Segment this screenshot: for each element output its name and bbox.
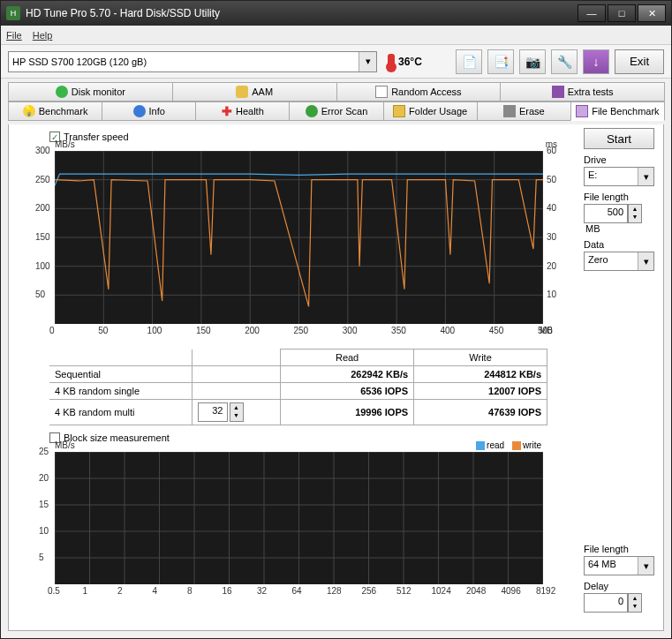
copy-text-button[interactable]: 📄: [456, 49, 482, 74]
device-select[interactable]: HP SSD S700 120GB (120 gB) ▾: [8, 51, 377, 72]
drive-select[interactable]: E:▾: [584, 167, 654, 186]
toolbar: HP SSD S700 120GB (120 gB) ▾ 36°C 📄 📑 📷 …: [1, 45, 671, 79]
temperature-display: 36°C: [388, 54, 422, 70]
table-header-row: Read Write: [49, 350, 547, 366]
start-button[interactable]: Start: [584, 128, 654, 149]
info-icon: [133, 105, 146, 117]
col-write: Write: [414, 350, 547, 366]
table-row: 4 KB random single 6536 IOPS 12007 IOPS: [49, 383, 547, 400]
window-title: HD Tune Pro 5.70 - Hard Disk/SSD Utility: [26, 7, 576, 19]
tab-file-benchmark[interactable]: File Benchmark: [570, 101, 665, 121]
tab-erase[interactable]: Erase: [477, 101, 571, 121]
tab-health[interactable]: ✚Health: [195, 101, 290, 121]
chevron-down-icon: ▾: [638, 557, 653, 575]
blocksize-chart: MB/s read write 0.5124816326412825651210…: [16, 443, 568, 602]
tab-folder-usage[interactable]: Folder Usage: [383, 101, 478, 121]
exit-button[interactable]: Exit: [615, 49, 664, 74]
side-panel-top: Start Drive E:▾ File length 500▲▼ MB Dat…: [584, 128, 656, 271]
multi-threads-spinner[interactable]: ▲▼: [230, 402, 244, 422]
transfer-chart-plot: [55, 151, 543, 324]
legend-write-swatch: [512, 441, 521, 450]
delay-spinner[interactable]: ▲▼: [628, 593, 642, 613]
plus-icon: ✚: [222, 107, 232, 117]
transfer-chart: MB/s ms 050100150200250300350400450500MB…: [16, 142, 568, 345]
tab-benchmark[interactable]: 💡Benchmark: [8, 101, 102, 121]
data-select[interactable]: Zero▾: [584, 252, 654, 271]
tab-aam[interactable]: AAM: [172, 82, 337, 101]
screenshot-button[interactable]: 📷: [519, 49, 546, 74]
chevron-down-icon: ▾: [638, 252, 653, 270]
file-length-input[interactable]: 500: [584, 204, 628, 223]
transfer-speed-check[interactable]: ✓ Transfer speed: [49, 132, 656, 142]
dice-icon: [375, 86, 388, 98]
legend-read-swatch: [476, 441, 485, 450]
tab-row-2: 💡Benchmark Info ✚Health Error Scan Folde…: [8, 101, 664, 121]
monitor-icon: [56, 86, 68, 98]
delay-input[interactable]: 0: [584, 593, 628, 613]
table-row: Sequential 262942 KB/s 244812 KB/s: [49, 366, 547, 383]
y2-unit: MB/s: [55, 440, 75, 450]
tab-error-scan[interactable]: Error Scan: [289, 101, 383, 121]
magnifier-icon: [306, 105, 318, 117]
drive-label: Drive: [584, 154, 656, 165]
temperature-value: 36°C: [398, 56, 422, 68]
file-length-label: File length: [584, 192, 656, 202]
side-panel-bottom: File length 64 MB▾ Delay 0▲▼: [584, 538, 656, 613]
file-length2-select[interactable]: 64 MB▾: [584, 556, 654, 575]
data-label: Data: [584, 239, 656, 250]
app-icon: H: [6, 6, 20, 20]
delay-row: 0▲▼: [584, 593, 656, 613]
thermometer-icon: [388, 54, 395, 70]
options-button[interactable]: 🔧: [551, 49, 578, 74]
minimize-button[interactable]: —: [578, 4, 606, 22]
y-axis-left-unit: MB/s: [55, 139, 75, 149]
tab-random-access[interactable]: Random Access: [336, 82, 502, 101]
menu-help[interactable]: Help: [33, 30, 53, 41]
file-benchmark-icon: [576, 105, 588, 117]
speaker-icon: [236, 86, 248, 98]
titlebar: H HD Tune Pro 5.70 - Hard Disk/SSD Utili…: [1, 1, 671, 26]
file-length-unit: MB: [585, 223, 600, 234]
extra-icon: [552, 86, 564, 98]
col-read: Read: [281, 350, 414, 366]
blocksize-chart-plot: [55, 452, 543, 584]
close-button[interactable]: ✕: [638, 4, 666, 22]
block-size-check[interactable]: Block size measurement: [49, 432, 656, 443]
chevron-down-icon: ▾: [638, 168, 653, 185]
file-length2-label: File length: [584, 544, 656, 554]
chart-legend: read write: [471, 440, 541, 450]
tab-disk-monitor[interactable]: Disk monitor: [8, 82, 173, 101]
results-table: Read Write Sequential 262942 KB/s 244812…: [49, 349, 547, 425]
content-pane: Start Drive E:▾ File length 500▲▼ MB Dat…: [8, 124, 664, 631]
tab-row-1: Disk monitor AAM Random Access Extra tes…: [8, 82, 664, 101]
tab-strip: Disk monitor AAM Random Access Extra tes…: [1, 79, 671, 121]
block-size-label: Block size measurement: [64, 432, 170, 443]
save-button[interactable]: ↓: [583, 49, 609, 74]
tab-extra-tests[interactable]: Extra tests: [500, 82, 665, 101]
copy-info-button[interactable]: 📑: [487, 49, 514, 74]
app-window: H HD Tune Pro 5.70 - Hard Disk/SSD Utili…: [0, 0, 672, 639]
device-dropdown-icon[interactable]: ▾: [359, 52, 376, 71]
maximize-button[interactable]: □: [608, 4, 636, 22]
folder-icon: [393, 105, 405, 117]
menubar: File Help: [1, 26, 671, 45]
trash-icon: [503, 105, 516, 117]
menu-file[interactable]: File: [6, 30, 22, 41]
file-length-spinner[interactable]: ▲▼: [628, 204, 642, 223]
delay-label: Delay: [584, 581, 656, 591]
bulb-icon: 💡: [23, 105, 35, 117]
multi-threads-input[interactable]: 32: [198, 402, 228, 422]
file-length-row: 500▲▼ MB: [584, 204, 656, 234]
device-name: HP SSD S700 120GB (120 gB): [12, 56, 147, 67]
tab-info[interactable]: Info: [102, 101, 196, 121]
table-row: 4 KB random multi 32▲▼ 19996 IOPS 47639 …: [49, 400, 547, 425]
